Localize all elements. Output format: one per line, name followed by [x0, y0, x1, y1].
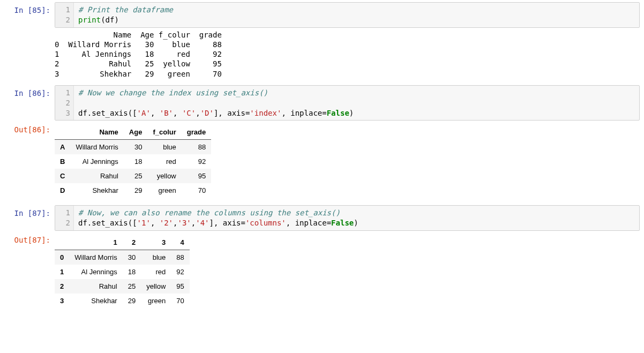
cell: Shekhar	[69, 294, 122, 308]
cell: Willard Morris	[70, 140, 123, 155]
col-header: 2	[123, 235, 141, 250]
code-lines-87: # Now, we can also rename the columns us…	[74, 206, 363, 230]
table-row: DShekhar29green70	[55, 183, 211, 198]
dataframe-output-87: 1 2 3 4 0Willard Morris30blue88 1Al Jenn…	[55, 232, 640, 314]
table-row: AWillard Morris30blue88	[55, 140, 211, 155]
cell: Shekhar	[70, 183, 123, 198]
cell: Rahul	[69, 279, 122, 294]
input-cell-86: In [86]: 1 2 3 # Now we change the index…	[4, 85, 640, 121]
code-comment: # Now we change the index using set_axis…	[78, 88, 268, 97]
code-keyword: False	[327, 109, 349, 117]
gutter-87: 1 2	[55, 206, 74, 230]
col-header: Age	[124, 125, 148, 140]
cell: yellow	[147, 169, 181, 183]
cell: blue	[141, 250, 171, 265]
dataframe-table-86: Name Age f_colur grade AWillard Morris30…	[55, 125, 211, 198]
col-header-index	[55, 235, 69, 250]
code-text: ], axis=	[209, 219, 245, 227]
code-string: '1'	[137, 219, 151, 227]
row-index: B	[55, 154, 70, 169]
code-string: '4'	[196, 219, 209, 227]
code-string: 'columns'	[245, 219, 286, 227]
table-row: 3Shekhar29green70	[55, 294, 190, 308]
code-text: ,	[151, 219, 160, 227]
row-index: 3	[55, 294, 69, 308]
cell: green	[147, 183, 181, 198]
cell: 29	[124, 183, 148, 198]
output-cell-85: Name Age f_colur grade 0 Willard Morris …	[4, 29, 640, 84]
input-cell-87: In [87]: 1 2 # Now, we can also rename t…	[4, 205, 640, 231]
col-header: Name	[70, 125, 123, 140]
code-text: ,	[173, 109, 182, 117]
line-number: 1	[55, 5, 70, 15]
code-comment: # Now, we can also rename the columns us…	[78, 208, 340, 217]
col-header: 4	[171, 235, 189, 250]
cell: 92	[171, 265, 189, 279]
code-string: '3'	[177, 219, 191, 227]
code-lines-86: # Now we change the index using set_axis…	[74, 86, 358, 121]
cell: Rahul	[70, 169, 123, 183]
code-area-87[interactable]: 1 2 # Now, we can also rename the column…	[55, 205, 640, 231]
cell: 95	[171, 279, 189, 294]
cell: green	[141, 294, 171, 308]
empty-prompt	[4, 29, 55, 84]
cell: red	[141, 265, 171, 279]
dataframe-output-86: Name Age f_colur grade AWillard Morris30…	[55, 122, 640, 204]
in-prompt-85: In [85]:	[4, 2, 55, 28]
code-text: (df)	[101, 16, 119, 24]
cell: 70	[171, 294, 189, 308]
cell: 29	[123, 294, 141, 308]
code-text: df.set_axis([	[78, 109, 137, 117]
cell: 25	[123, 279, 141, 294]
cell: yellow	[141, 279, 171, 294]
code-text: ], axis=	[214, 109, 250, 117]
code-string: 'A'	[137, 109, 151, 117]
code-area-85[interactable]: 1 2 # Print the dataframe print(df)	[55, 2, 640, 28]
row-index: 1	[55, 265, 69, 279]
table-row: CRahul25yellow95	[55, 169, 211, 183]
code-builtin: print	[78, 16, 101, 24]
cell: 30	[123, 250, 141, 265]
code-text: , inplace=	[286, 219, 331, 227]
cell: Al Jennings	[70, 154, 123, 169]
table-row: 1Al Jennings18red92	[55, 265, 190, 279]
code-comment: # Print the dataframe	[78, 5, 173, 14]
row-index: A	[55, 140, 70, 155]
line-number: 2	[55, 98, 70, 108]
code-string: 'D'	[200, 109, 214, 117]
cell: red	[147, 154, 181, 169]
row-index: 0	[55, 250, 69, 265]
code-text: df.set_axis([	[78, 219, 137, 227]
cell: Willard Morris	[69, 250, 122, 265]
gutter-85: 1 2	[55, 3, 74, 27]
line-number: 2	[55, 218, 70, 228]
cell: 95	[182, 169, 211, 183]
cell: 30	[124, 140, 148, 155]
cell: 25	[124, 169, 148, 183]
cell: 88	[182, 140, 211, 155]
table-row: BAl Jennings18red92	[55, 154, 211, 169]
cell: 18	[124, 154, 148, 169]
col-header: 3	[141, 235, 171, 250]
code-lines-85: # Print the dataframe print(df)	[74, 3, 177, 27]
output-cell-87: Out[87]: 1 2 3 4 0Willard Morris30blue88…	[4, 232, 640, 314]
col-header: f_colur	[147, 125, 181, 140]
code-text: ,	[151, 109, 160, 117]
input-cell-85: In [85]: 1 2 # Print the dataframe print…	[4, 2, 640, 28]
col-header: 1	[69, 235, 122, 250]
table-row: 0Willard Morris30blue88	[55, 250, 190, 265]
output-cell-86: Out[86]: Name Age f_colur grade AWillard…	[4, 122, 640, 204]
line-number: 3	[55, 108, 70, 118]
cell: 88	[171, 250, 189, 265]
col-header-index	[55, 125, 70, 140]
row-index: C	[55, 169, 70, 183]
code-text: ,	[196, 109, 200, 117]
stdout-85: Name Age f_colur grade 0 Willard Morris …	[55, 29, 640, 84]
code-text: ,	[191, 219, 196, 227]
cell: 18	[123, 265, 141, 279]
row-index: D	[55, 183, 70, 198]
table-row: 2Rahul25yellow95	[55, 279, 190, 294]
code-area-86[interactable]: 1 2 3 # Now we change the index using se…	[55, 85, 640, 121]
row-index: 2	[55, 279, 69, 294]
table-header-row: 1 2 3 4	[55, 235, 190, 250]
